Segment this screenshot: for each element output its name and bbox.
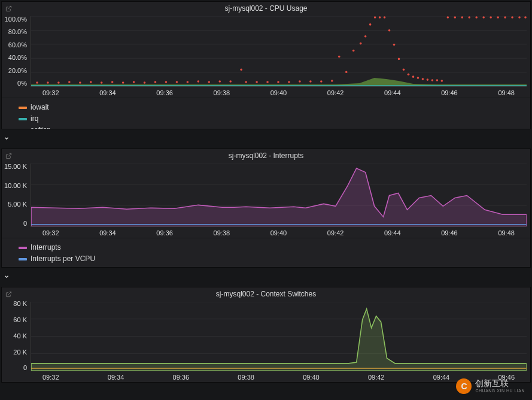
svg-point-8 xyxy=(47,81,49,84)
svg-point-9 xyxy=(57,81,60,84)
svg-point-18 xyxy=(154,81,157,83)
svg-point-7 xyxy=(36,81,38,84)
svg-point-11 xyxy=(79,81,81,84)
share-icon[interactable] xyxy=(5,291,12,299)
plot-area xyxy=(31,16,527,87)
svg-point-62 xyxy=(482,16,485,19)
svg-point-68 xyxy=(524,16,527,19)
svg-point-56 xyxy=(441,80,443,82)
svg-point-19 xyxy=(165,81,168,83)
legend-item-interrupts[interactable]: Interrupts xyxy=(19,242,524,253)
svg-point-58 xyxy=(454,16,456,19)
svg-point-32 xyxy=(299,80,301,83)
context-switches-panel: sj-mysql002 - Context Switches 80 K 60 K… xyxy=(1,287,531,383)
svg-point-16 xyxy=(133,81,135,83)
y-axis: 100.0% 80.0% 60.0% 40.0% 20.0% 0% xyxy=(2,14,29,87)
svg-point-43 xyxy=(379,16,381,19)
legend-item-iowait[interactable]: iowait xyxy=(19,102,524,113)
svg-point-53 xyxy=(427,78,429,81)
legend-item-softirq[interactable]: softirq xyxy=(19,125,524,129)
svg-point-40 xyxy=(364,35,367,38)
svg-point-14 xyxy=(111,81,114,83)
svg-point-17 xyxy=(144,81,146,84)
legend-swatch xyxy=(19,107,27,109)
share-icon[interactable] xyxy=(5,5,12,13)
interrupts-chart[interactable]: 15.00 K 10.00 K 5.00 K 0 09:3209:34 09:3… xyxy=(2,161,530,238)
svg-point-50 xyxy=(412,75,415,78)
svg-point-13 xyxy=(101,81,103,84)
svg-point-21 xyxy=(187,81,189,83)
legend-item-irq[interactable]: irq xyxy=(19,113,524,125)
svg-line-74 xyxy=(8,292,11,295)
svg-point-67 xyxy=(518,16,521,19)
svg-point-35 xyxy=(331,80,333,82)
svg-point-20 xyxy=(176,81,178,83)
x-axis: 09:3209:34 09:3609:38 09:4009:42 09:4409… xyxy=(31,88,527,98)
svg-point-12 xyxy=(90,81,92,83)
svg-point-33 xyxy=(309,80,312,83)
svg-point-25 xyxy=(229,80,232,83)
svg-point-48 xyxy=(403,68,405,71)
svg-point-29 xyxy=(266,81,269,83)
svg-point-23 xyxy=(208,81,210,83)
svg-point-49 xyxy=(408,73,410,75)
legend-item-interrupts-vcpu[interactable]: Interrupts per VCPU xyxy=(19,253,524,265)
svg-point-38 xyxy=(352,50,355,52)
svg-line-0 xyxy=(8,6,11,9)
svg-point-63 xyxy=(490,16,492,19)
cpu-usage-panel: sj-mysql002 - CPU Usage 100.0% 80.0% 60.… xyxy=(1,1,531,129)
svg-point-37 xyxy=(345,71,348,73)
svg-point-27 xyxy=(245,81,247,83)
plot-area xyxy=(31,302,527,371)
svg-point-46 xyxy=(393,44,396,46)
legend-swatch xyxy=(19,118,27,120)
svg-point-51 xyxy=(417,77,419,79)
svg-point-45 xyxy=(388,29,391,32)
svg-point-54 xyxy=(431,79,434,81)
svg-point-55 xyxy=(436,79,439,81)
chevron-down-icon xyxy=(4,135,10,141)
svg-point-61 xyxy=(475,16,478,19)
legend-label: softirq xyxy=(31,125,50,129)
svg-point-10 xyxy=(68,81,71,83)
svg-point-60 xyxy=(468,16,470,19)
panel-title[interactable]: sj-mysql002 - CPU Usage xyxy=(2,2,530,14)
svg-point-57 xyxy=(447,16,449,19)
legend: Interrupts Interrupts per VCPU xyxy=(2,238,530,267)
svg-point-26 xyxy=(240,68,242,71)
x-axis: 09:3209:34 09:3609:38 09:4009:42 09:4409… xyxy=(31,372,527,382)
svg-point-41 xyxy=(369,23,372,26)
share-icon[interactable] xyxy=(5,153,12,160)
y-axis: 80 K 60 K 40 K 20 K 0 xyxy=(2,299,29,371)
row-toggle[interactable] xyxy=(0,131,532,147)
svg-point-34 xyxy=(320,80,323,83)
svg-point-30 xyxy=(277,81,279,83)
y-axis: 15.00 K 10.00 K 5.00 K 0 xyxy=(2,161,29,227)
panel-title[interactable]: sj-mysql002 - Context Switches xyxy=(2,287,530,299)
svg-point-44 xyxy=(384,16,386,19)
chevron-down-icon xyxy=(4,274,10,280)
svg-point-24 xyxy=(218,80,221,83)
legend-label: Interrupts xyxy=(31,242,61,253)
legend-label: iowait xyxy=(31,102,49,113)
svg-point-28 xyxy=(256,81,258,83)
svg-point-66 xyxy=(511,16,513,19)
row-toggle[interactable] xyxy=(0,269,532,286)
svg-point-39 xyxy=(360,43,362,45)
legend-swatch xyxy=(19,247,27,249)
svg-point-36 xyxy=(338,56,341,58)
plot-area xyxy=(31,163,527,227)
legend-swatch xyxy=(19,258,27,260)
x-axis: 09:3209:34 09:3609:38 09:4009:42 09:4409… xyxy=(31,228,527,238)
svg-line-69 xyxy=(8,153,11,156)
ctx-chart[interactable]: 80 K 60 K 40 K 20 K 0 09:3209:34 09:3609… xyxy=(2,299,530,382)
svg-point-52 xyxy=(422,78,424,80)
legend-label: Interrupts per VCPU xyxy=(31,253,95,265)
svg-point-59 xyxy=(461,16,463,19)
svg-point-15 xyxy=(122,81,124,84)
interrupts-panel: sj-mysql002 - Interrupts 15.00 K 10.00 K… xyxy=(1,149,531,268)
svg-point-65 xyxy=(504,16,506,19)
cpu-chart[interactable]: 100.0% 80.0% 60.0% 40.0% 20.0% 0% xyxy=(2,14,530,98)
panel-title[interactable]: sj-mysql002 - Interrupts xyxy=(2,149,530,161)
svg-point-47 xyxy=(398,58,400,60)
